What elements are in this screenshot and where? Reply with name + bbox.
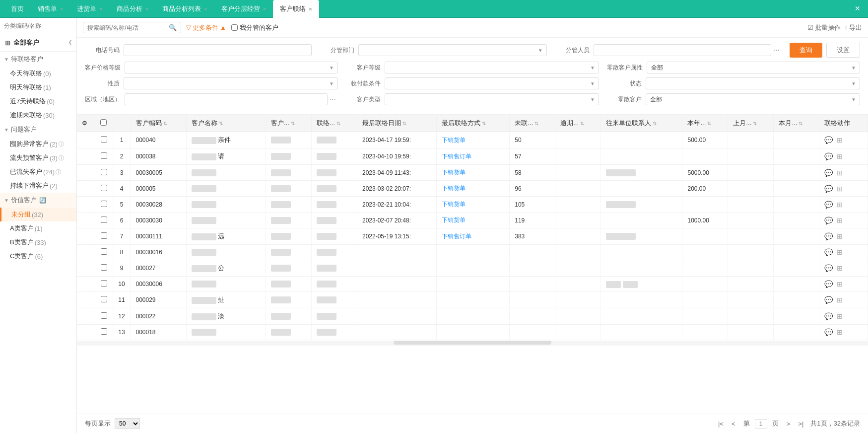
tab-purchase-close[interactable]: × <box>99 6 102 12</box>
status-select[interactable] <box>646 77 860 89</box>
region-dots-btn[interactable]: ··· <box>328 95 338 104</box>
th-this-year[interactable]: 本年...⇅ <box>682 115 728 132</box>
action-grid-icon-12[interactable]: ⊞ <box>837 328 843 336</box>
tab-customer-segment-close[interactable]: × <box>263 6 266 12</box>
action-chat-icon-10[interactable]: 💬 <box>824 296 833 304</box>
th-code[interactable]: 客户编码⇅ <box>131 115 186 132</box>
tab-customer-contact-close[interactable]: × <box>309 6 312 12</box>
row-checkbox-4[interactable] <box>101 201 107 207</box>
action-chat-icon-12[interactable]: 💬 <box>824 328 833 336</box>
row-checkbox-2[interactable] <box>101 169 107 175</box>
td-last-contact-way-12[interactable] <box>437 325 510 340</box>
row-checkbox-10[interactable] <box>101 296 107 302</box>
value-refresh-icon[interactable]: 🔄 <box>39 196 47 204</box>
window-close-button[interactable]: × <box>851 3 864 14</box>
first-page-btn[interactable]: |< <box>715 419 727 429</box>
prev-page-btn[interactable]: < <box>729 419 738 429</box>
tab-product-list[interactable]: 商品分析列表 × <box>155 0 214 18</box>
action-grid-icon-7[interactable]: ⊞ <box>837 248 843 256</box>
payment-select[interactable] <box>385 77 599 89</box>
scrollbar-thumb[interactable] <box>394 341 552 345</box>
next-page-btn[interactable]: > <box>784 419 794 429</box>
th-overdue[interactable]: 逾期...⇅ <box>555 115 601 132</box>
action-grid-icon-3[interactable]: ⊞ <box>837 185 843 193</box>
td-last-contact-way-5[interactable]: 下销货单 <box>437 213 510 228</box>
action-chat-icon-5[interactable]: 💬 <box>824 216 833 224</box>
th-this-month[interactable]: 本月...⇅ <box>774 115 819 132</box>
th-type[interactable]: 客户...⇅ <box>266 115 312 132</box>
action-grid-icon-6[interactable]: ⊞ <box>837 232 843 240</box>
sidebar-item-class-a[interactable]: A类客户 (1) <box>0 221 76 235</box>
row-checkbox-8[interactable] <box>101 264 107 271</box>
action-chat-icon-11[interactable]: 💬 <box>824 312 833 320</box>
select-all-checkbox[interactable] <box>100 119 107 126</box>
action-grid-icon-4[interactable]: ⊞ <box>837 201 843 209</box>
last-page-btn[interactable]: >| <box>795 419 806 429</box>
td-last-contact-way-1[interactable]: 下销售订单 <box>437 148 510 165</box>
customer-level-select[interactable] <box>385 62 599 73</box>
th-last-month[interactable]: 上月...⇅ <box>728 115 774 132</box>
tab-product-analysis-close[interactable]: × <box>145 6 148 12</box>
export-button[interactable]: ↑ 导出 <box>845 23 863 32</box>
sidebar-search-input[interactable] <box>4 22 77 29</box>
sidebar-collapse-icon[interactable]: 《 <box>66 39 71 47</box>
action-grid-icon-2[interactable]: ⊞ <box>837 169 843 177</box>
action-chat-icon-3[interactable]: 💬 <box>824 185 833 193</box>
td-last-contact-way-7[interactable] <box>437 245 510 260</box>
sidebar-item-class-b[interactable]: B类客户 (33) <box>0 235 76 249</box>
sidebar-item-unclassified[interactable]: 未分组 (32) <box>0 208 76 221</box>
action-grid-icon-11[interactable]: ⊞ <box>837 312 843 320</box>
dept-select[interactable] <box>358 44 546 56</box>
phone-input[interactable] <box>124 44 312 56</box>
th-company-contact[interactable]: 往来单位联系人⇅ <box>601 115 682 132</box>
action-chat-icon-2[interactable]: 💬 <box>824 169 833 177</box>
reset-button[interactable]: 设置 <box>826 43 860 58</box>
sidebar-item-declining[interactable]: 持续下滑客户 (2) <box>0 179 76 193</box>
price-level-select[interactable] <box>125 62 338 73</box>
my-customers-checkbox[interactable] <box>231 24 238 31</box>
td-last-contact-way-11[interactable] <box>437 308 510 325</box>
action-chat-icon-1[interactable]: 💬 <box>824 152 833 160</box>
row-checkbox-3[interactable] <box>101 185 107 191</box>
td-last-contact-way-6[interactable]: 下销售订单 <box>437 228 510 245</box>
filter-search-icon[interactable]: 🔍 <box>169 24 177 31</box>
th-last-contact-way[interactable]: 最后联络方式⇅ <box>437 115 510 132</box>
customer-type-select[interactable] <box>385 93 599 105</box>
row-checkbox-5[interactable] <box>101 216 107 223</box>
td-last-contact-way-4[interactable]: 下销货单 <box>437 197 510 213</box>
td-last-contact-way-8[interactable] <box>437 260 510 277</box>
sidebar-item-class-c[interactable]: C类客户 (6) <box>0 249 76 263</box>
row-checkbox-12[interactable] <box>101 328 107 335</box>
tab-product-analysis[interactable]: 商品分析 × <box>110 0 155 18</box>
sidebar-item-churn-warning[interactable]: 流失预警客户 (3) ⓘ <box>0 151 76 165</box>
action-grid-icon-10[interactable]: ⊞ <box>837 296 843 304</box>
per-page-select[interactable]: 50 100 200 <box>115 418 140 429</box>
action-chat-icon-0[interactable]: 💬 <box>824 136 833 144</box>
action-grid-icon-9[interactable]: ⊞ <box>837 280 843 288</box>
sidebar-all-customers[interactable]: ⊞ 全部客户 《 <box>0 34 76 52</box>
sidebar-group-pending[interactable]: ▼ 待联络客户 <box>0 52 76 67</box>
row-checkbox-7[interactable] <box>101 248 107 255</box>
td-last-contact-way-9[interactable] <box>437 277 510 292</box>
sidebar-item-tomorrow-pending[interactable]: 明天待联络 (1) <box>0 80 76 94</box>
action-grid-icon-1[interactable]: ⊞ <box>837 152 843 160</box>
row-checkbox-6[interactable] <box>101 232 107 239</box>
row-checkbox-11[interactable] <box>101 312 107 319</box>
retail-attr-select[interactable]: 全部 <box>647 62 860 73</box>
tab-sales[interactable]: 销售单 × <box>31 0 70 18</box>
td-last-contact-way-10[interactable] <box>437 292 510 308</box>
more-conditions-btn[interactable]: ▽ 更多条件 ▲ <box>186 23 226 32</box>
action-grid-icon-0[interactable]: ⊞ <box>837 136 843 144</box>
retail-customer-select[interactable]: 全部 <box>646 93 860 105</box>
action-chat-icon-4[interactable]: 💬 <box>824 201 833 209</box>
action-chat-icon-8[interactable]: 💬 <box>824 264 833 272</box>
sidebar-group-problem[interactable]: ▼ 问题客户 <box>0 122 76 137</box>
batch-op-button[interactable]: ☑ 批量操作 <box>807 23 841 32</box>
person-input[interactable] <box>594 44 771 56</box>
sidebar-item-overdue[interactable]: 逾期未联络 (30) <box>0 108 76 122</box>
action-grid-icon-8[interactable]: ⊞ <box>837 264 843 272</box>
nature-select[interactable] <box>124 77 338 89</box>
filter-search-input[interactable] <box>87 24 167 31</box>
tab-customer-contact[interactable]: 客户联络 × <box>273 0 319 18</box>
td-last-contact-way-0[interactable]: 下销货单 <box>437 132 510 148</box>
